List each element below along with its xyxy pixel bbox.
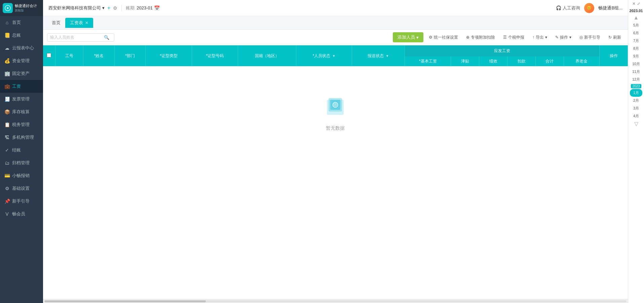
export-btn[interactable]: ↑ 导出 ▾ bbox=[530, 33, 550, 42]
calendar-down-arrow[interactable]: ▽ bbox=[628, 120, 644, 128]
service-btn[interactable]: 🎧 人工咨询 bbox=[556, 5, 580, 11]
tab-salary[interactable]: 工资表 ✕ bbox=[65, 18, 93, 28]
sidebar-item-settings[interactable]: ⚙基础设置 bbox=[0, 182, 43, 195]
sidebar-item-cloud-report[interactable]: ☁云报表中心 bbox=[0, 42, 43, 54]
company-selector[interactable]: 西安虾米网络科技有限公司 ▾ bbox=[48, 5, 105, 11]
sidebar-item-member[interactable]: V畅会员 bbox=[0, 208, 43, 220]
toolbar: 🔍 添加人员 ▾ ⚙ 统一社保设置 ⊕ 专项附加扣除 ☰ 个税申报 ↑ 导出 bbox=[43, 30, 628, 45]
sidebar-item-fixed-assets[interactable]: 🏢固定资产 bbox=[0, 67, 43, 80]
social-security-label: 统一社保设置 bbox=[434, 35, 458, 40]
settings-icon[interactable]: ⚙ bbox=[113, 5, 117, 11]
social-security-btn[interactable]: ⚙ 统一社保设置 bbox=[426, 33, 461, 42]
sidebar-item-archive[interactable]: 🗂归档管理 bbox=[0, 157, 43, 169]
salary-icon: 💼 bbox=[4, 84, 10, 89]
sidebar-label-close: 结账 bbox=[12, 147, 21, 153]
sidebar: 畅捷通好会计 旗舰版 ⌂首页📒总账☁云报表中心💰资金管理🏢固定资产💼工资🧾发票管… bbox=[0, 0, 43, 303]
settings-icon: ⚙ bbox=[4, 186, 10, 191]
select-all-checkbox[interactable] bbox=[47, 53, 51, 57]
guide-icon: ◎ bbox=[579, 35, 583, 40]
scrollbar-thumb[interactable] bbox=[44, 300, 206, 302]
panel-close-icon[interactable]: ✕ bbox=[632, 1, 636, 6]
sidebar-item-multi-org[interactable]: 🏗多机构管理 bbox=[0, 131, 43, 144]
th-salary-group: 应发工资 bbox=[405, 45, 600, 56]
sidebar-item-ledger[interactable]: 📒总账 bbox=[0, 29, 43, 42]
period-value: 2023-01 bbox=[137, 5, 153, 10]
sidebar-item-salary[interactable]: 💼工资 bbox=[0, 80, 43, 93]
calendar-month-2022-07[interactable]: 7月 bbox=[628, 37, 644, 45]
logo-icon bbox=[3, 3, 13, 13]
topbar: 西安虾米网络科技有限公司 ▾ + ⚙ 账期 2023-01 📅 🎧 人工咨询 😊… bbox=[43, 0, 628, 16]
th-id-no: *证型号码 bbox=[192, 45, 238, 66]
search-input[interactable] bbox=[50, 35, 104, 40]
calendar-prev-months: 5月6月7月8月9月10月11月12月 bbox=[628, 21, 644, 83]
tax-report-btn[interactable]: ☰ 个税申报 bbox=[500, 33, 527, 42]
operations-icon: ✎ bbox=[555, 35, 559, 40]
th-status: *人员状态 ▼ bbox=[296, 45, 352, 66]
th-checkbox[interactable] bbox=[43, 45, 55, 66]
sidebar-label-home: 首页 bbox=[12, 19, 21, 26]
add-person-button[interactable]: 添加人员 ▾ bbox=[393, 32, 423, 42]
operations-label: 操作 bbox=[560, 35, 568, 40]
sidebar-item-expense[interactable]: 💳小畅报销 bbox=[0, 169, 43, 182]
member-icon: V bbox=[4, 211, 10, 217]
tab-home[interactable]: 首页 bbox=[47, 18, 65, 28]
calendar-month-2023-04[interactable]: 4月 bbox=[628, 112, 644, 120]
sidebar-label-invoice: 发票管理 bbox=[12, 96, 30, 102]
sidebar-item-inventory[interactable]: 📦库存核算 bbox=[0, 105, 43, 118]
scrollbar-track bbox=[44, 300, 627, 302]
calendar-month-2022-11[interactable]: 11月 bbox=[628, 68, 644, 76]
guide-btn[interactable]: ◎ 新手引导 bbox=[577, 33, 603, 42]
refresh-icon: ↻ bbox=[608, 35, 612, 40]
social-security-icon: ⚙ bbox=[429, 35, 432, 40]
add-company-icon[interactable]: + bbox=[107, 5, 110, 11]
calendar-month-2023-01[interactable]: 1月 bbox=[630, 89, 643, 97]
calendar-month-2022-10[interactable]: 10月 bbox=[628, 60, 644, 68]
report-filter-icon[interactable]: ▼ bbox=[386, 54, 389, 58]
sidebar-item-invoice[interactable]: 🧾发票管理 bbox=[0, 93, 43, 105]
sidebar-label-inventory: 库存核算 bbox=[12, 109, 30, 115]
sidebar-item-home[interactable]: ⌂首页 bbox=[0, 16, 43, 29]
horizontal-scrollbar[interactable] bbox=[43, 299, 628, 303]
panel-expand-icon[interactable]: ⤢ bbox=[637, 1, 640, 6]
calendar-up-arrow[interactable]: ▲ bbox=[628, 14, 644, 21]
topbar-right: 🎧 人工咨询 😊 畅捷通B组... bbox=[556, 3, 622, 13]
th-operations: 操作 bbox=[600, 45, 628, 66]
table-header-row: 工号 *姓名 *部门 *证型类型 *证型号码 国籍（地区） *人员状态 ▼ 报送… bbox=[43, 45, 628, 56]
calendar-month-2022-12[interactable]: 12月 bbox=[628, 76, 644, 83]
empty-text: 暂无数据 bbox=[326, 125, 345, 131]
calendar-icon[interactable]: 📅 bbox=[154, 5, 160, 11]
add-dropdown-icon: ▾ bbox=[416, 35, 419, 40]
special-deduct-btn[interactable]: ⊕ 专项附加扣除 bbox=[463, 33, 498, 42]
search-box[interactable]: 🔍 bbox=[47, 33, 114, 42]
calendar-month-2023-03[interactable]: 3月 bbox=[628, 104, 644, 112]
calendar-month-2023-02[interactable]: 2月 bbox=[628, 97, 644, 104]
th-nationality: 国籍（地区） bbox=[238, 45, 296, 66]
period-display: 账期 2023-01 📅 bbox=[126, 5, 160, 11]
status-filter-icon[interactable]: ▼ bbox=[332, 54, 336, 58]
operations-dropdown-icon: ▾ bbox=[569, 35, 571, 40]
th-name: *姓名 bbox=[83, 45, 115, 66]
company-dropdown-icon: ▾ bbox=[102, 5, 105, 10]
calendar-month-2022-06[interactable]: 6月 bbox=[628, 29, 644, 37]
calendar-month-2022-08[interactable]: 8月 bbox=[628, 45, 644, 52]
tabbar: 首页 工资表 ✕ bbox=[43, 16, 628, 30]
special-deduct-label: 专项附加扣除 bbox=[471, 35, 495, 40]
empty-state: ☹ 暂无数据 bbox=[43, 66, 628, 158]
calendar-month-2022-05[interactable]: 5月 bbox=[628, 21, 644, 29]
panel-controls: ✕ ⤢ bbox=[632, 1, 640, 6]
sidebar-item-guide[interactable]: 📌新手引导 bbox=[0, 195, 43, 208]
tab-home-label: 首页 bbox=[52, 20, 61, 26]
user-avatar[interactable]: 😊 bbox=[584, 3, 594, 13]
guide-icon: 📌 bbox=[4, 199, 10, 204]
svg-text:☹: ☹ bbox=[333, 103, 338, 107]
operations-btn[interactable]: ✎ 操作 ▾ bbox=[553, 33, 574, 42]
sidebar-item-fund[interactable]: 💰资金管理 bbox=[0, 54, 43, 67]
sidebar-item-close[interactable]: ✓结账 bbox=[0, 144, 43, 157]
main-content: 西安虾米网络科技有限公司 ▾ + ⚙ 账期 2023-01 📅 🎧 人工咨询 😊… bbox=[43, 0, 628, 303]
empty-state-row: ☹ 暂无数据 bbox=[43, 66, 628, 158]
calendar-month-2022-09[interactable]: 9月 bbox=[628, 52, 644, 60]
sidebar-label-settings: 基础设置 bbox=[12, 185, 30, 191]
refresh-btn[interactable]: ↻ 刷新 bbox=[606, 33, 624, 42]
tab-salary-close[interactable]: ✕ bbox=[85, 21, 88, 25]
sidebar-item-tax[interactable]: 📋税务管理 bbox=[0, 118, 43, 131]
